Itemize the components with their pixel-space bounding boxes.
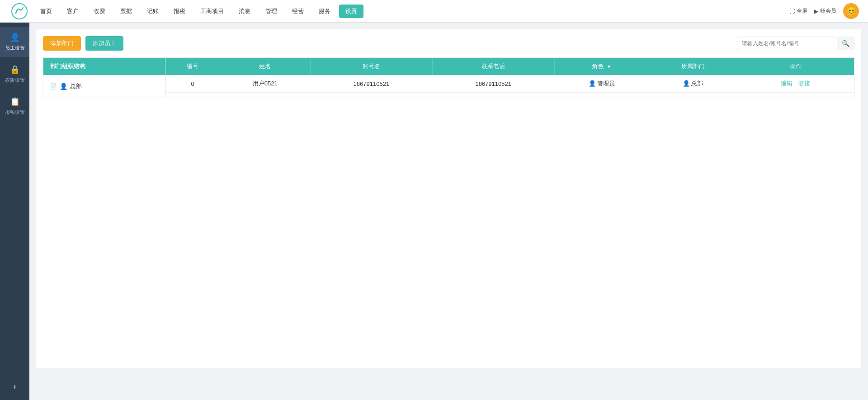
fullscreen-icon: ⛶ [789, 8, 795, 14]
fullscreen-button[interactable]: ⛶ 全屏 [789, 7, 807, 15]
cell-name: 用户0521 [220, 75, 310, 93]
search-button[interactable]: 🔍 [837, 37, 854, 50]
vip-button[interactable]: ▶ 畅会员 [814, 7, 836, 15]
top-navigation: 首页客户收费票据记账报税工商项目消息管理经营服务设置 ⛶ 全屏 ▶ 畅会员 😊 [0, 0, 868, 23]
two-col-layout: 部门组织结构 📄 👤 总部 编号 姓名 账号名 [43, 57, 854, 98]
edit-link[interactable]: 编辑 [781, 80, 793, 87]
sidebar-item-label-permissions: 权限设置 [5, 77, 25, 84]
cell-actions: 编辑 交接 [737, 75, 854, 93]
tree-node-general[interactable]: 📄 👤 总部 [48, 80, 160, 93]
role-user-icon: 👤 [589, 80, 596, 87]
col-id: 编号 [165, 58, 220, 75]
cell-account: 18679110521 [310, 75, 432, 93]
col-actions: 操作 [737, 58, 854, 75]
user-avatar[interactable]: 😊 [843, 3, 859, 19]
fullscreen-label: 全屏 [797, 7, 807, 15]
tree-node-label: 总部 [70, 82, 82, 90]
tree-body: 📄 👤 总部 [43, 75, 165, 98]
search-box: 🔍 [737, 37, 854, 50]
app-logo [5, 3, 34, 19]
main-content: 添加部门 添加员工 🔍 部门组织结构 📄 👤 总部 [29, 23, 868, 400]
file-icon: 📄 [50, 83, 57, 89]
svg-point-0 [12, 4, 27, 19]
col-account: 账号名 [310, 58, 432, 75]
tree-panel: 部门组织结构 📄 👤 总部 [43, 58, 165, 98]
tree-user-icon: 👤 [60, 83, 67, 90]
nav-item-报税[interactable]: 报税 [167, 5, 192, 18]
tree-header: 部门组织结构 [43, 58, 165, 75]
table-header: 编号 姓名 账号名 联系电话 角色 ▼ 所属部门 操作 [165, 58, 854, 75]
toolbar: 添加部门 添加员工 🔍 [43, 36, 854, 51]
nav-item-收费[interactable]: 收费 [87, 5, 112, 18]
search-icon: 🔍 [842, 40, 849, 47]
col-name: 姓名 [220, 58, 310, 75]
nav-item-经营[interactable]: 经营 [286, 5, 310, 18]
table-panel: 编号 姓名 账号名 联系电话 角色 ▼ 所属部门 操作 0 用户0521 [165, 58, 854, 98]
dept-user-icon: 👤 [683, 80, 690, 87]
nav-item-票据[interactable]: 票据 [114, 5, 138, 18]
nav-item-首页[interactable]: 首页 [34, 5, 58, 18]
staff-icon: 👤 [10, 33, 20, 42]
sidebar-item-staff[interactable]: 👤 员工设置 [0, 27, 29, 57]
nav-item-客户[interactable]: 客户 [61, 5, 85, 18]
cell-role: 👤管理员 [554, 75, 649, 93]
sidebar-item-label-tax: 报税设置 [5, 109, 25, 116]
nav-item-消息[interactable]: 消息 [232, 5, 257, 18]
sidebar-item-tax[interactable]: 📋 报税设置 [0, 91, 29, 121]
nav-item-服务[interactable]: 服务 [312, 5, 337, 18]
nav-item-记账[interactable]: 记账 [141, 5, 165, 18]
download-icon: ⬇ [13, 384, 17, 390]
role-filter-icon: ▼ [607, 64, 611, 69]
lock-icon: 🔒 [10, 65, 20, 75]
search-input[interactable] [737, 38, 837, 49]
add-dept-button[interactable]: 添加部门 [43, 36, 81, 51]
vip-label: 畅会员 [820, 7, 836, 15]
sidebar: 👤 员工设置 🔒 权限设置 📋 报税设置 ⬇ [0, 23, 29, 400]
cell-dept: 👤总部 [649, 75, 737, 93]
sidebar-item-label-staff: 员工设置 [5, 45, 25, 52]
tax-icon: 📋 [10, 97, 20, 107]
nav-menu: 首页客户收费票据记账报税工商项目消息管理经营服务设置 [34, 5, 789, 18]
nav-item-设置[interactable]: 设置 [339, 5, 363, 18]
col-dept: 所属部门 [649, 58, 737, 75]
transfer-link[interactable]: 交接 [798, 80, 810, 87]
add-staff-button[interactable]: 添加员工 [85, 36, 123, 51]
cell-id: 0 [165, 75, 220, 93]
cell-phone: 18679110521 [432, 75, 554, 93]
staff-table: 编号 姓名 账号名 联系电话 角色 ▼ 所属部门 操作 0 用户0521 [165, 58, 854, 93]
nav-item-管理[interactable]: 管理 [259, 5, 283, 18]
col-role[interactable]: 角色 ▼ [554, 58, 649, 75]
table-body: 0 用户0521 18679110521 18679110521 👤管理员 👤总… [165, 75, 854, 93]
nav-item-工商项目[interactable]: 工商项目 [194, 5, 230, 18]
table-row: 0 用户0521 18679110521 18679110521 👤管理员 👤总… [165, 75, 854, 93]
vip-icon: ▶ [814, 8, 818, 14]
right-actions: ⛶ 全屏 ▶ 畅会员 😊 [789, 3, 859, 19]
sidebar-item-permissions[interactable]: 🔒 权限设置 [0, 59, 29, 89]
col-phone: 联系电话 [432, 58, 554, 75]
avatar-icon: 😊 [846, 6, 856, 16]
sidebar-bottom-button[interactable]: ⬇ [0, 379, 29, 395]
content-area: 添加部门 添加员工 🔍 部门组织结构 📄 👤 总部 [36, 29, 861, 368]
